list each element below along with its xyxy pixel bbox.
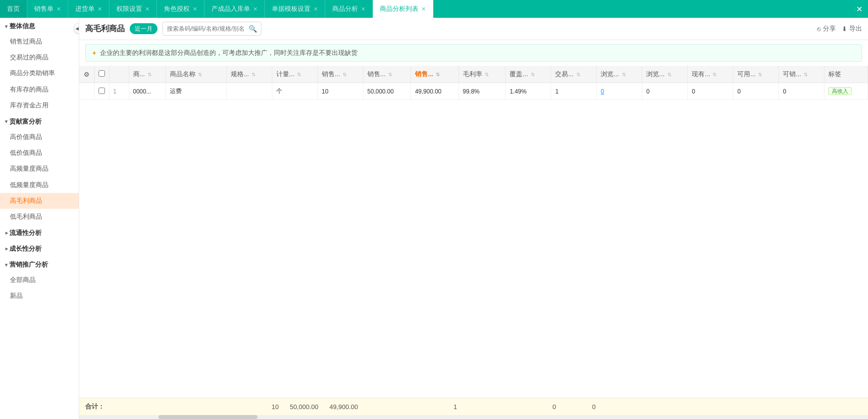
tag-badge: 高收入: [828, 87, 852, 95]
export-button[interactable]: ⬇ 导出: [842, 24, 862, 33]
sidebar-section-finance[interactable]: ▾ 贡献富分析: [0, 113, 79, 129]
sort-icon: ⇅: [297, 72, 301, 77]
tab-auth-close[interactable]: ✕: [145, 6, 150, 12]
section-marketing-label: 营销推广分析: [9, 260, 48, 269]
horizontal-scrollbar[interactable]: [79, 415, 868, 419]
row-checkbox[interactable]: [99, 88, 105, 94]
section-flow-label: 流通性分析: [9, 229, 42, 237]
col-saleable[interactable]: 可销... ⇅: [779, 66, 824, 83]
footer-label: 合计：: [85, 402, 104, 411]
tab-role-auth[interactable]: 角色授权 ✕: [157, 0, 204, 18]
row-available-cell: 0: [733, 83, 779, 100]
sidebar-item-stocked-goods[interactable]: 有库存的商品: [0, 82, 79, 97]
tab-analysis-list-label: 商品分析列表: [380, 4, 418, 13]
sort-icon: ⇅: [252, 72, 255, 77]
sort-icon: ⇅: [576, 72, 580, 77]
col-browse2[interactable]: 浏览... ⇅: [642, 66, 688, 83]
search-input[interactable]: [167, 25, 249, 32]
table-wrapper[interactable]: ⚙ 商... ⇅ 商品名称 ⇅: [79, 66, 868, 398]
tab-product-analysis[interactable]: 商品分析 ✕: [325, 0, 373, 18]
tab-product-in[interactable]: 产成品入库单 ✕: [204, 0, 265, 18]
col-code[interactable]: 商... ⇅: [129, 66, 165, 83]
settings-icon[interactable]: ⚙: [84, 71, 90, 78]
sidebar-item-new-goods[interactable]: 新品: [0, 288, 79, 304]
row-trade-cell: 1: [551, 83, 597, 100]
sort-icon: ⇅: [485, 72, 489, 77]
section-arrow-icon: ▾: [5, 24, 7, 29]
search-icon[interactable]: 🔍: [249, 25, 257, 33]
select-all-checkbox[interactable]: [99, 70, 105, 77]
col-sales-profit-label: 销售...: [415, 70, 433, 78]
sort-icon: ⇅: [388, 72, 392, 77]
sidebar-section-growth[interactable]: ▾ 成长性分析: [0, 240, 79, 256]
col-coverage-label: 覆盖...: [510, 70, 528, 78]
sort-icon: ⇅: [531, 72, 535, 77]
section-marketing-arrow-icon: ▾: [5, 262, 7, 268]
tab-template[interactable]: 单据模板设置 ✕: [265, 0, 325, 18]
sort-icon: ⇅: [804, 72, 808, 77]
row-sales-profit-cell: 49,900.00: [411, 83, 459, 100]
window-close-button[interactable]: ✕: [850, 0, 868, 18]
row-sales-qty-cell: 10: [317, 83, 363, 100]
share-button[interactable]: ⎋ 分享: [817, 24, 836, 33]
col-tag-label: 标签: [828, 70, 841, 78]
row-browse1-cell[interactable]: 0: [597, 83, 642, 100]
col-unit-label: 计量...: [276, 70, 295, 78]
sidebar: ◀◀ ▾ 整体信息 销售过商品 交易过的商品 商品分类助销率 有库存的商品 库存…: [0, 18, 79, 419]
search-box: 🔍: [162, 22, 261, 36]
tab-analysis-list-close[interactable]: ✕: [421, 6, 426, 12]
sidebar-item-high-margin[interactable]: 高毛利商品: [0, 193, 79, 209]
tab-import-order[interactable]: 进货单 ✕: [68, 0, 109, 18]
tab-sales-close[interactable]: ✕: [56, 6, 61, 12]
sidebar-section-marketing[interactable]: ▾ 营销推广分析: [0, 256, 79, 272]
sidebar-item-low-freq[interactable]: 低频量度商品: [0, 177, 79, 193]
col-trade[interactable]: 交易... ⇅: [551, 66, 597, 83]
col-current[interactable]: 现有... ⇅: [688, 66, 733, 83]
col-settings[interactable]: ⚙: [79, 66, 94, 83]
row-unit-cell: 个: [272, 83, 317, 100]
sidebar-item-traded-goods[interactable]: 交易过的商品: [0, 49, 79, 65]
page-title: 高毛利商品: [85, 24, 125, 34]
col-saleable-label: 可销...: [783, 70, 801, 78]
col-sales-profit[interactable]: 销售... ⇅: [411, 66, 459, 83]
tab-import-close[interactable]: ✕: [98, 6, 102, 12]
scrollbar-thumb[interactable]: [158, 415, 257, 419]
tab-home[interactable]: 首页: [0, 0, 27, 18]
info-banner-text: 企业的主要的利润都是这部分商品创造的，可考虑加大推广，同时关注库存是不要出现缺货: [100, 48, 357, 57]
row-current-cell: 0: [688, 83, 733, 100]
sidebar-section-flow[interactable]: ▾ 流通性分析: [0, 225, 79, 240]
star-icon: ✦: [92, 49, 97, 57]
sidebar-item-low-margin[interactable]: 低毛利商品: [0, 209, 79, 225]
tab-auth-settings[interactable]: 权限设置 ✕: [109, 0, 157, 18]
col-browse1[interactable]: 浏览... ⇅: [597, 66, 642, 83]
col-available[interactable]: 可用... ⇅: [733, 66, 779, 83]
section-flow-arrow-icon: ▾: [3, 232, 9, 234]
sidebar-item-low-value[interactable]: 低价值商品: [0, 145, 79, 161]
tab-product-analysis-list[interactable]: 商品分析列表 ✕: [373, 0, 433, 18]
tab-template-close[interactable]: ✕: [313, 6, 318, 12]
col-sales-qty[interactable]: 销售... ⇅: [317, 66, 363, 83]
col-coverage[interactable]: 覆盖... ⇅: [506, 66, 551, 83]
tab-role-close[interactable]: ✕: [193, 6, 197, 12]
content-header-left: 高毛利商品 近一月 🔍: [85, 22, 261, 36]
sidebar-section-overall[interactable]: ▾ 整体信息: [0, 18, 79, 34]
tab-analysis-close[interactable]: ✕: [361, 6, 365, 12]
row-name-cell[interactable]: 运费: [165, 83, 226, 100]
col-sales-amt[interactable]: 销售... ⇅: [363, 66, 410, 83]
sidebar-item-goods-ratio[interactable]: 商品分类助销率: [0, 65, 79, 81]
col-name[interactable]: 商品名称 ⇅: [165, 66, 226, 83]
col-unit[interactable]: 计量... ⇅: [272, 66, 317, 83]
col-spec[interactable]: 规格... ⇅: [226, 66, 272, 83]
col-margin-rate[interactable]: 毛利率 ⇅: [459, 66, 506, 83]
sidebar-item-high-freq[interactable]: 高频量度商品: [0, 161, 79, 177]
tab-product-in-close[interactable]: ✕: [253, 6, 257, 12]
tab-sales-order[interactable]: 销售单 ✕: [27, 0, 68, 18]
sidebar-item-all-goods[interactable]: 全部商品: [0, 272, 79, 288]
sidebar-item-capital-occupy[interactable]: 库存资金占用: [0, 97, 79, 113]
time-filter-button[interactable]: 近一月: [130, 23, 157, 34]
col-tag[interactable]: 标签: [824, 66, 868, 83]
col-seq: [109, 66, 129, 83]
tab-bar: 首页 销售单 ✕ 进货单 ✕ 权限设置 ✕ 角色授权 ✕ 产成品入库单 ✕ 单据…: [0, 0, 868, 18]
sidebar-item-high-value[interactable]: 高价值商品: [0, 129, 79, 145]
sidebar-item-sales-goods[interactable]: 销售过商品: [0, 34, 79, 49]
